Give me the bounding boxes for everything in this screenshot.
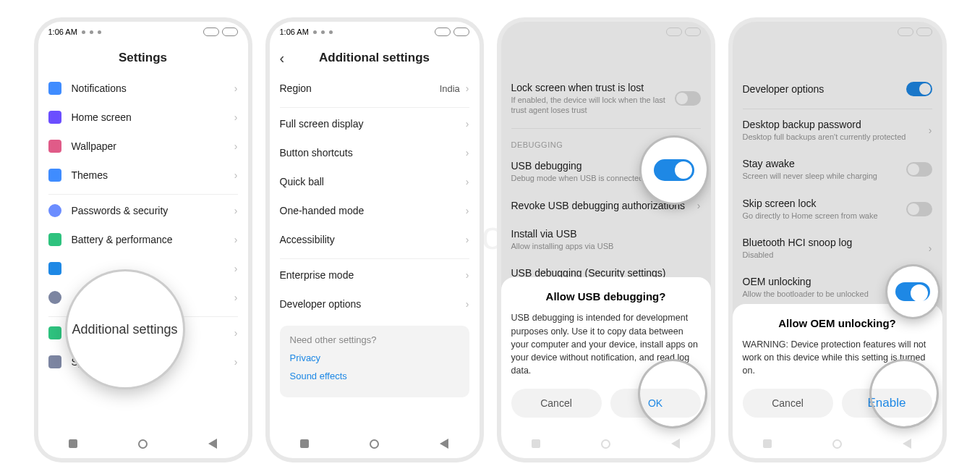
magnifier-additional-settings: Additional settings <box>67 271 183 387</box>
battery-icon <box>435 28 451 36</box>
region-value: India <box>440 83 460 94</box>
row-developer-options[interactable]: Developer options› <box>280 290 469 318</box>
nav-bar[interactable] <box>38 429 248 458</box>
chevron-right-icon: › <box>929 242 932 254</box>
chevron-right-icon: › <box>234 356 238 368</box>
page-title: Developer options <box>552 51 659 65</box>
status-bar: 1:06 AM <box>38 22 248 42</box>
title-bar: Settings <box>38 42 248 74</box>
additional-list[interactable]: Region India› Full screen display› Butto… <box>270 74 480 458</box>
page-title: Developer options <box>783 51 890 65</box>
row-desktop-backup-password[interactable]: Desktop backup passwordDesktop full back… <box>743 111 932 150</box>
nav-recents-icon[interactable] <box>532 439 540 448</box>
page-title: Settings <box>119 51 167 65</box>
chevron-right-icon: › <box>466 298 469 310</box>
chevron-right-icon: › <box>466 205 469 216</box>
dialog-body: USB debugging is intended for developmen… <box>511 311 701 377</box>
status-bar: 1:07 AM <box>501 22 711 42</box>
row-passwords-security[interactable]: Passwords & security› <box>48 196 238 225</box>
nav-bar[interactable] <box>270 429 480 458</box>
cancel-button[interactable]: Cancel <box>743 389 833 418</box>
nav-home-icon[interactable] <box>138 439 148 449</box>
need-other-settings-box: Need other settings? Privacy Sound effec… <box>280 326 469 397</box>
nav-bar[interactable] <box>501 429 711 458</box>
chevron-right-icon: › <box>234 169 238 181</box>
nav-back-icon[interactable] <box>208 439 217 449</box>
nav-back-icon[interactable] <box>671 439 680 449</box>
chevron-right-icon: › <box>697 200 701 211</box>
chevron-right-icon: › <box>234 327 238 339</box>
row-button-shortcuts[interactable]: Button shortcuts› <box>280 138 469 167</box>
chevron-right-icon: › <box>466 147 469 159</box>
chevron-right-icon: › <box>929 124 932 136</box>
chevron-right-icon: › <box>466 269 469 281</box>
settings-list[interactable]: Notifications› Home screen› Wallpaper› T… <box>38 74 248 458</box>
enable-button[interactable]: Enable <box>842 389 932 418</box>
toggle-stay-awake[interactable] <box>906 162 932 177</box>
title-bar: ‹ Developer options <box>501 42 711 74</box>
row-developer-options-master[interactable]: Developer options <box>743 74 932 104</box>
chevron-right-icon: › <box>234 292 238 303</box>
battery-icon <box>222 28 238 36</box>
row-one-handed-mode[interactable]: One-handed mode› <box>280 196 469 225</box>
cancel-button[interactable]: Cancel <box>511 389 602 418</box>
status-bar: 1:06 AM <box>270 22 480 42</box>
battery-icon <box>203 28 219 36</box>
chevron-right-icon: › <box>234 83 238 94</box>
battery-icon <box>685 28 701 36</box>
toggle-lock-trust[interactable] <box>675 91 701 106</box>
row-skip-screen-lock[interactable]: Skip screen lockGo directly to Home scre… <box>743 190 932 229</box>
row-enterprise-mode[interactable]: Enterprise mode› <box>280 261 469 290</box>
link-sound-effects[interactable]: Sound effects <box>290 371 459 381</box>
phone-oem-unlocking-dialog: 1:07 AM ‹ Developer options Developer op… <box>733 22 942 458</box>
battery-icon <box>666 28 682 36</box>
row-notifications[interactable]: Notifications› <box>48 74 238 103</box>
nav-back-icon[interactable] <box>903 439 911 449</box>
back-icon[interactable]: ‹ <box>511 50 516 67</box>
clock: 1:06 AM <box>280 28 309 36</box>
battery-icon <box>898 28 913 36</box>
chevron-right-icon: › <box>234 263 238 274</box>
nav-home-icon[interactable] <box>370 439 379 449</box>
row-full-screen-display[interactable]: Full screen display› <box>280 109 469 138</box>
row-region[interactable]: Region India› <box>280 74 469 103</box>
nav-home-icon[interactable] <box>832 439 842 449</box>
row-wallpaper[interactable]: Wallpaper› <box>48 132 238 161</box>
phone-settings: 1:06 AM Settings Notifications› Home scr… <box>38 22 248 458</box>
row-lock-screen-trust[interactable]: Lock screen when trust is lostIf enabled… <box>511 74 701 124</box>
nav-recents-icon[interactable] <box>300 439 309 448</box>
nav-recents-icon[interactable] <box>763 439 772 448</box>
row-home-screen[interactable]: Home screen› <box>48 103 238 132</box>
dialog-title: Allow USB debugging? <box>511 290 701 303</box>
back-icon[interactable]: ‹ <box>280 50 285 67</box>
back-icon[interactable]: ‹ <box>743 50 748 67</box>
toggle-oem-unlocking-on[interactable] <box>895 282 930 301</box>
row-stay-awake[interactable]: Stay awakeScreen will never sleep while … <box>743 150 932 189</box>
row-accessibility[interactable]: Accessibility› <box>280 225 469 254</box>
magnifier-oem-toggle <box>887 266 938 317</box>
link-privacy[interactable]: Privacy <box>290 352 459 363</box>
title-bar: ‹ Additional settings <box>270 42 480 74</box>
row-install-via-usb[interactable]: Install via USBAllow installing apps via… <box>511 220 701 259</box>
row-battery[interactable]: Battery & performance› <box>48 225 238 254</box>
chevron-right-icon: › <box>234 205 238 216</box>
nav-bar[interactable] <box>733 429 942 458</box>
row-themes[interactable]: Themes› <box>48 161 238 190</box>
row-quick-ball[interactable]: Quick ball› <box>280 167 469 196</box>
dialog-body: WARNING: Device protection features will… <box>743 338 932 377</box>
chevron-right-icon: › <box>466 118 469 130</box>
clock: 1:07 AM <box>743 28 772 36</box>
row-bluetooth-hci-snoop[interactable]: Bluetooth HCI snoop logDisabled › <box>743 229 932 268</box>
nav-recents-icon[interactable] <box>69 439 77 448</box>
toggle-usb-debugging-on[interactable] <box>654 159 694 181</box>
toggle-skip-screen-lock[interactable] <box>906 202 932 216</box>
battery-icon <box>453 28 469 36</box>
status-bar: 1:07 AM <box>733 22 942 42</box>
toggle-developer-options[interactable] <box>906 82 932 96</box>
nav-back-icon[interactable] <box>440 439 448 449</box>
nav-home-icon[interactable] <box>601 439 610 449</box>
dialog-title: Allow OEM unlocking? <box>743 317 932 329</box>
chevron-right-icon: › <box>234 234 238 245</box>
chevron-right-icon: › <box>466 176 469 187</box>
ok-button[interactable]: OK <box>610 389 701 418</box>
